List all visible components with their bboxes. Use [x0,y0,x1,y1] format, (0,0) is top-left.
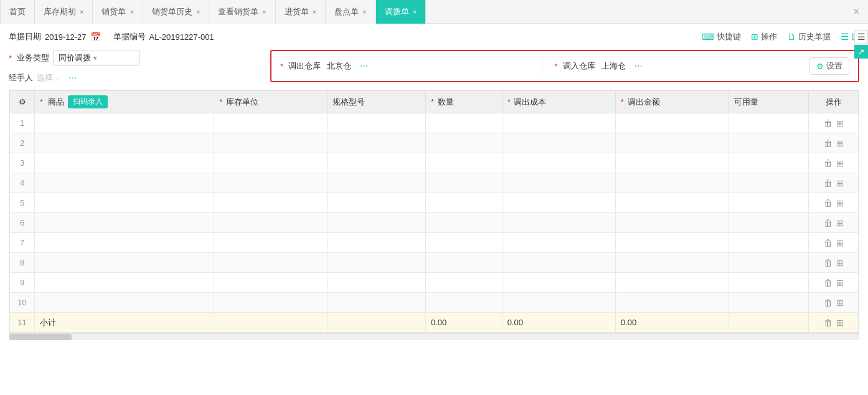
product-cell[interactable] [35,293,214,313]
delete-icon[interactable]: 🗑 [824,238,833,248]
delete-icon[interactable]: 🗑 [824,198,833,208]
qty-cell[interactable] [425,213,502,233]
qty-cell[interactable] [425,173,502,193]
qty-cell[interactable] [425,193,502,213]
cost-cell[interactable] [502,253,615,273]
copy-icon[interactable]: ⊞ [836,198,844,208]
amount-cell[interactable] [615,293,729,313]
unit-cell[interactable] [214,293,328,313]
qty-cell[interactable] [425,233,502,253]
copy-icon[interactable]: ⊞ [836,318,844,328]
unit-cell[interactable] [214,233,328,253]
copy-icon[interactable]: ⊞ [836,178,844,188]
amount-cell[interactable] [615,173,729,193]
available-cell[interactable] [729,293,808,313]
amount-cell[interactable] [615,133,729,153]
unit-cell[interactable] [214,273,328,293]
delete-icon[interactable]: 🗑 [824,318,833,328]
available-cell[interactable] [729,213,808,233]
product-cell[interactable] [35,153,214,173]
copy-icon[interactable]: ⊞ [836,118,844,128]
tab-view-sales[interactable]: 查看销货单 × [209,0,275,24]
cost-cell[interactable] [502,273,615,293]
in-warehouse-dots-button[interactable]: ··· [634,60,643,72]
cost-cell[interactable] [502,233,615,253]
available-cell[interactable] [729,233,808,253]
spec-cell[interactable] [328,113,426,133]
delete-icon[interactable]: 🗑 [824,218,833,228]
spec-cell[interactable] [328,193,426,213]
tab-inventory-init[interactable]: 库存期初 × [35,0,93,24]
product-cell[interactable] [35,273,214,293]
tab-close-icon[interactable]: × [362,8,366,16]
delete-icon[interactable]: 🗑 [824,138,833,148]
unit-cell[interactable] [214,213,328,233]
gear-column-header[interactable]: ⚙ [10,91,35,113]
product-cell[interactable] [35,193,214,213]
qty-cell[interactable] [425,133,502,153]
unit-cell[interactable] [214,133,328,153]
cost-cell[interactable] [502,153,615,173]
scroll-thumb[interactable] [9,334,72,340]
cost-cell[interactable] [502,213,615,233]
product-cell[interactable] [35,213,214,233]
cost-cell[interactable] [502,133,615,153]
spec-cell[interactable] [328,293,426,313]
list-view-icon[interactable]: ☰ [841,31,849,42]
tab-close-icon[interactable]: × [262,8,266,16]
delete-icon[interactable]: 🗑 [824,118,833,128]
spec-cell[interactable] [328,173,426,193]
history-orders-button[interactable]: 🗋 历史单据 [787,31,831,42]
tab-close-icon[interactable]: × [80,8,83,16]
unit-cell[interactable] [214,173,328,193]
available-cell[interactable] [729,153,808,173]
delete-icon[interactable]: 🗑 [824,298,833,308]
cost-cell[interactable] [502,293,615,313]
copy-icon[interactable]: ⊞ [836,278,844,288]
in-warehouse-value[interactable]: 上海仓 [601,60,626,72]
amount-cell[interactable] [615,113,729,133]
amount-cell[interactable] [615,253,729,273]
copy-icon[interactable]: ⊞ [836,238,844,248]
tab-close-icon[interactable]: × [313,8,316,16]
cost-cell[interactable] [502,113,615,133]
business-type-dropdown[interactable]: 同价调拨 ▾ [53,50,140,66]
tab-transfer[interactable]: 调拨单 × [376,0,426,24]
available-cell[interactable] [729,193,808,213]
copy-icon[interactable]: ⊞ [836,258,844,268]
tab-stocktake[interactable]: 盘点单 × [326,0,375,24]
copy-icon[interactable]: ⊞ [836,138,844,148]
product-cell[interactable] [35,233,214,253]
product-cell[interactable] [35,253,214,273]
tab-sales-order[interactable]: 销货单 × [93,0,143,24]
qty-cell[interactable] [425,293,502,313]
available-cell[interactable] [729,173,808,193]
spec-cell[interactable] [328,133,426,153]
sidebar-list-icon[interactable]: ☰ [854,30,868,44]
tab-homepage[interactable]: 首页 [0,0,35,24]
spec-cell[interactable] [328,253,426,273]
amount-cell[interactable] [615,233,729,253]
qty-cell[interactable] [425,273,502,293]
product-cell[interactable] [35,173,214,193]
tab-close-icon[interactable]: × [413,8,417,16]
available-cell[interactable] [729,133,808,153]
date-value[interactable]: 2019-12-27 [45,32,87,42]
product-cell[interactable] [35,113,214,133]
out-warehouse-value[interactable]: 北京仓 [327,60,351,72]
spec-cell[interactable] [328,233,426,253]
shortcut-key-button[interactable]: ⌨ 快捷键 [702,31,741,42]
copy-icon[interactable]: ⊞ [836,298,844,308]
tab-close-icon[interactable]: × [196,8,200,16]
spec-cell[interactable] [328,153,426,173]
operations-button[interactable]: ⊞ 操作 [751,31,777,42]
person-dots-button[interactable]: ··· [68,72,77,83]
window-close-button[interactable]: × [845,0,868,24]
delete-icon[interactable]: 🗑 [824,278,833,288]
spec-cell[interactable] [328,213,426,233]
sidebar-export-icon[interactable]: ↗ [854,45,868,59]
available-cell[interactable] [729,253,808,273]
tab-purchase[interactable]: 进货单 × [276,0,326,24]
copy-icon[interactable]: ⊞ [836,158,844,168]
settings-button[interactable]: ⚙ 设置 [809,57,849,75]
